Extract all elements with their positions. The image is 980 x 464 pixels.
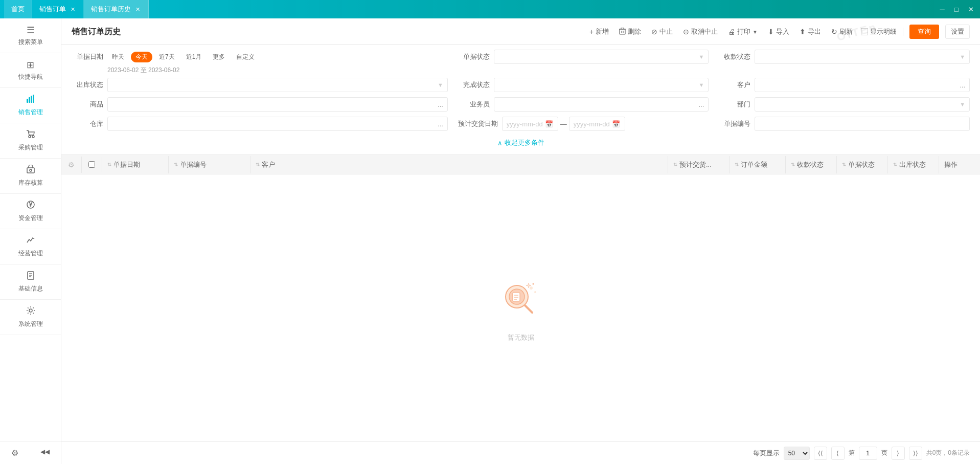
sidebar-item-operations[interactable]: 经营管理: [0, 229, 61, 264]
cancel-stop-label: 取消中止: [691, 27, 718, 36]
settings-button[interactable]: 设置: [945, 25, 970, 39]
export-icon: ⬆: [800, 28, 806, 36]
th-customer-sort-icon[interactable]: ⇅: [256, 162, 260, 167]
select-all-checkbox[interactable]: [88, 161, 95, 168]
tab-home[interactable]: 首页: [4, 0, 32, 18]
delivery-date-to-input[interactable]: yyyy-mm-dd 📅: [569, 117, 625, 131]
receipt-status-select[interactable]: ▼: [755, 50, 970, 64]
sidebar-item-capital[interactable]: ¥ 资金管理: [0, 194, 61, 229]
refresh-icon: ↻: [831, 28, 837, 36]
print-button[interactable]: 🖨 打印 ▼: [726, 27, 760, 36]
display-columns-toggle[interactable]: 显示明细: [861, 27, 897, 36]
sidebar-item-quick-nav[interactable]: ⊞ 快捷导航: [0, 53, 61, 88]
th-warehouse-sort-icon[interactable]: ⇅: [893, 162, 897, 167]
delivery-from-placeholder: yyyy-mm-dd: [507, 120, 543, 128]
delivery-date-from-input[interactable]: yyyy-mm-dd 📅: [502, 117, 558, 131]
th-order-sort-icon[interactable]: ⇅: [174, 162, 178, 167]
receipt-status-arrow-icon: ▼: [960, 54, 965, 60]
sidebar-label-sales-mgmt: 销售管理: [18, 108, 43, 117]
th-receipt-sort-icon[interactable]: ⇅: [791, 162, 795, 167]
import-button[interactable]: ⬇ 导入: [766, 27, 791, 36]
product-input[interactable]: ...: [107, 97, 448, 112]
th-checkbox[interactable]: [82, 157, 102, 172]
per-page-select[interactable]: 50 10 20 100: [784, 447, 810, 460]
warehouse-input[interactable]: ...: [107, 117, 448, 131]
window-minimize-icon[interactable]: ─: [937, 4, 947, 14]
gear-icon[interactable]: ⚙: [68, 161, 75, 169]
date-yesterday-btn[interactable]: 昨天: [107, 52, 129, 62]
home-tab-label: 首页: [11, 5, 25, 14]
tab-sales-order[interactable]: 销售订单 ✕: [32, 0, 84, 18]
warehouse-status-select[interactable]: ▼: [107, 78, 448, 92]
doc-status-arrow-icon: ▼: [699, 54, 704, 60]
first-page-button[interactable]: ⟨⟨: [814, 447, 827, 460]
th-gear[interactable]: ⚙: [61, 157, 82, 173]
th-operation-label: 操作: [944, 160, 958, 169]
cancel-stop-button[interactable]: ⊙ 取消中止: [681, 27, 720, 36]
delivery-from-calendar-icon: 📅: [545, 120, 553, 128]
sales-order-history-tab-close[interactable]: ✕: [134, 6, 141, 13]
department-select[interactable]: ▼: [755, 97, 970, 112]
th-status: ⇅ 单据状态: [837, 156, 888, 173]
quick-nav-icon: ⊞: [27, 59, 34, 71]
empty-text: 暂无数据: [508, 333, 534, 342]
export-button[interactable]: ⬆ 导出: [797, 27, 823, 36]
window-maximize-icon[interactable]: □: [951, 4, 962, 14]
sidebar-item-sys-mgmt[interactable]: 系统管理: [0, 300, 61, 335]
collapse-label: 收起更多条件: [505, 138, 544, 147]
next-page-button[interactable]: ⟩: [892, 447, 905, 460]
sidebar-item-search-menu[interactable]: ☰ 搜索菜单: [0, 18, 61, 53]
th-delivery-sort-icon[interactable]: ⇅: [673, 162, 677, 167]
sidebar-collapse-icon[interactable]: ◀◀: [40, 448, 50, 458]
svg-rect-0: [27, 99, 28, 103]
delete-button[interactable]: 删除: [617, 27, 643, 36]
display-columns-checkbox[interactable]: [861, 28, 868, 35]
sidebar-label-capital: 资金管理: [18, 214, 43, 223]
customer-input[interactable]: ...: [755, 78, 970, 92]
department-label: 部门: [719, 100, 755, 109]
complete-status-arrow-icon: ▼: [699, 82, 704, 88]
date-more-btn[interactable]: 更多: [208, 52, 230, 62]
date-last7-btn[interactable]: 近7天: [154, 52, 179, 62]
collapse-more-conditions[interactable]: ∧ 收起更多条件: [72, 136, 970, 149]
sales-order-tab-label: 销售订单: [39, 5, 66, 14]
th-delivery: ⇅ 预计交货...: [668, 156, 730, 173]
new-button[interactable]: + 新增: [587, 27, 611, 36]
sidebar-item-purchase-mgmt[interactable]: 采购管理: [0, 123, 61, 159]
doc-number-input[interactable]: [755, 117, 970, 131]
prev-page-button[interactable]: ⟨: [831, 447, 845, 460]
date-today-btn[interactable]: 今天: [131, 52, 152, 62]
sidebar-item-base-info[interactable]: 基础信息: [0, 264, 61, 300]
filter-section-salesperson: 业务员 ...: [458, 97, 709, 112]
doc-status-select[interactable]: ▼: [494, 50, 709, 64]
tab-sales-order-history[interactable]: 销售订单历史 ✕: [84, 0, 149, 18]
th-amount-sort-icon[interactable]: ⇅: [735, 162, 739, 167]
th-status-sort-icon[interactable]: ⇅: [842, 162, 846, 167]
sidebar-item-sales-mgmt[interactable]: 销售管理: [0, 88, 61, 123]
refresh-button[interactable]: ↻ 刷新: [829, 27, 855, 36]
th-order-no: ⇅ 单据编号: [169, 156, 250, 173]
page-number-input[interactable]: [859, 447, 877, 460]
svg-rect-2: [31, 96, 32, 103]
warehouse-label: 仓库: [72, 119, 107, 128]
page-header: 销售订单历史 + 新增 删除 ⊘ 中止: [61, 18, 980, 45]
stop-button[interactable]: ⊘ 中止: [649, 27, 675, 36]
operations-icon: [26, 235, 35, 247]
sales-order-tab-close[interactable]: ✕: [69, 6, 76, 13]
sidebar-settings-icon[interactable]: ⚙: [11, 448, 18, 458]
filter-row-3: 商品 ... 业务员 ... 部门 ▼: [72, 97, 970, 112]
query-button[interactable]: 查询: [909, 25, 939, 39]
per-page-label: 每页显示: [753, 449, 780, 458]
date-last1m-btn[interactable]: 近1月: [181, 52, 207, 62]
th-date-sort-icon[interactable]: ⇅: [107, 162, 111, 167]
sidebar-item-inventory[interactable]: 库存核算: [0, 159, 61, 194]
window-close-icon[interactable]: ✕: [966, 4, 976, 14]
complete-status-select[interactable]: ▼: [494, 78, 709, 92]
search-menu-icon: ☰: [27, 25, 35, 36]
warehouse-status-label: 出库状态: [72, 80, 107, 90]
date-custom-btn[interactable]: 自定义: [232, 52, 259, 62]
salesperson-input[interactable]: ...: [494, 97, 709, 112]
th-warehouse-label: 出库状态: [899, 160, 926, 169]
last-page-button[interactable]: ⟩⟩: [909, 447, 922, 460]
filter-section-doc-status: 单据状态 ▼: [458, 50, 709, 64]
